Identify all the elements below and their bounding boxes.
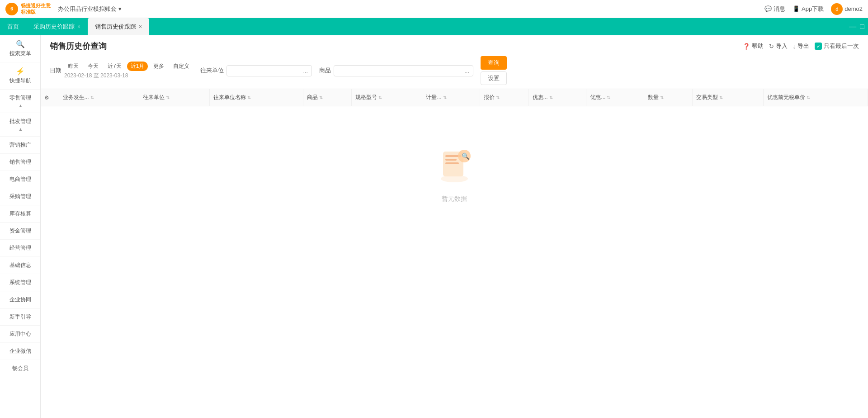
top-bar-left: 6 畅捷通好生意 标准版 办公用品行业模拟账套 ▾ [5, 3, 125, 15]
th-unit[interactable]: 计量... ⇅ [422, 89, 480, 106]
help-icon: ❓ [743, 43, 750, 50]
sidebar-item-basic-info[interactable]: 基础信息 [0, 257, 40, 274]
date-btn-today[interactable]: 今天 [84, 62, 102, 71]
th-product[interactable]: 商品 ⇅ [303, 89, 351, 106]
th-spec[interactable]: 规格型号 ⇅ [351, 89, 422, 106]
date-btn-1month[interactable]: 近1月 [127, 62, 148, 71]
import-icon: ↻ [769, 43, 774, 50]
tab-home[interactable]: 首页 [0, 18, 26, 35]
app-download-button[interactable]: 📱 App下载 [793, 5, 824, 13]
th-pretax-price[interactable]: 优惠前无税单价 ⇅ [764, 89, 868, 106]
th-price[interactable]: 报价 ⇅ [480, 89, 528, 106]
tab-sales-history[interactable]: 销售历史价跟踪 × [88, 18, 149, 35]
sidebar-item-marketing[interactable]: 营销推广 [0, 137, 40, 154]
sidebar-item-sales[interactable]: 销售管理 [0, 154, 40, 171]
date-btn-7days[interactable]: 近7天 [104, 62, 125, 71]
sort-icon-discount2: ⇅ [607, 95, 610, 100]
import-button[interactable]: ↻ 导入 [769, 42, 788, 50]
th-type[interactable]: 交易类型 ⇅ [693, 89, 764, 106]
sidebar-item-inventory[interactable]: 库存核算 [0, 205, 40, 223]
content-area: 销售历史价查询 ❓ 帮助 ↻ 导入 ↓ 导出 ✓ [41, 35, 868, 418]
date-btn-custom[interactable]: 自定义 [170, 62, 193, 71]
wholesale-arrow-icon: ▲ [19, 127, 23, 132]
data-table: ⚙ 业务发生... ⇅ 往来单位 ⇅ [41, 89, 868, 106]
export-icon: ↓ [793, 43, 796, 50]
only-latest-checkbox[interactable]: ✓ 只看最后一次 [815, 42, 859, 50]
sidebar-item-ecommerce[interactable]: 电商管理 [0, 171, 40, 188]
sidebar-item-retail[interactable]: 零售管理 ▲ [0, 90, 40, 113]
sidebar-item-enterprise[interactable]: 企业协同 [0, 291, 40, 309]
date-shortcuts: 昨天 今天 近7天 近1月 更多 自定义 [64, 62, 193, 71]
avatar: d [831, 3, 843, 15]
retail-arrow-icon: ▲ [19, 103, 23, 108]
minimize-window-button[interactable]: — [849, 23, 856, 31]
help-button[interactable]: ❓ 帮助 [743, 42, 764, 50]
nav-tabs: 首页 采购历史价跟踪 × 销售历史价跟踪 × — □ [0, 18, 868, 35]
tab-purchase-history[interactable]: 采购历史价跟踪 × [26, 18, 88, 35]
filter-row: 日期 昨天 今天 近7天 近1月 更多 自定义 2023-02-18 至 202… [50, 56, 859, 85]
th-discount2[interactable]: 优惠... ⇅ [586, 89, 644, 106]
sidebar-item-search[interactable]: 🔍 搜索菜单 [0, 35, 40, 62]
settings-button[interactable]: 设置 [481, 71, 507, 85]
tab-window-actions: — □ [849, 23, 868, 31]
date-btn-more[interactable]: 更多 [150, 62, 168, 71]
product-select-icon: ... [464, 67, 469, 74]
sidebar-item-wechat[interactable]: 企业微信 [0, 343, 40, 360]
query-button[interactable]: 查询 [481, 56, 507, 70]
app-selector[interactable]: 办公用品行业模拟账套 ▾ [54, 3, 125, 15]
gear-icon: ⚙ [44, 95, 49, 101]
export-button[interactable]: ↓ 导出 [793, 42, 810, 50]
close-purchase-tab[interactable]: × [77, 24, 80, 30]
product-label: 商品 [319, 66, 331, 75]
empty-text: 暂元数据 [442, 195, 467, 203]
sidebar-item-purchase[interactable]: 采购管理 [0, 188, 40, 205]
sidebar-item-wholesale[interactable]: 批发管理 ▲ [0, 113, 40, 137]
sort-icon-date: ⇅ [90, 95, 94, 100]
close-sales-tab[interactable]: × [139, 24, 142, 30]
product-filter: 商品 ... [319, 65, 473, 76]
logo-icon: 6 [5, 3, 18, 15]
partner-label: 往来单位 [200, 66, 224, 75]
maximize-window-button[interactable]: □ [860, 23, 864, 31]
th-partner-name[interactable]: 往来单位名称 ⇅ [210, 89, 303, 106]
sort-icon-product: ⇅ [319, 95, 323, 100]
download-icon: 📱 [793, 5, 800, 12]
empty-state: 🔍 暂元数据 [41, 106, 868, 239]
th-settings[interactable]: ⚙ [41, 89, 59, 106]
sidebar-item-app-center[interactable]: 应用中心 [0, 326, 40, 343]
th-quantity[interactable]: 数量 ⇅ [644, 89, 693, 106]
product-input[interactable]: ... [334, 65, 473, 76]
sort-icon-partner-name: ⇅ [247, 95, 251, 100]
th-discount1[interactable]: 优惠... ⇅ [528, 89, 586, 106]
sidebar-item-members[interactable]: 畅会员 [0, 360, 40, 377]
date-filter: 日期 昨天 今天 近7天 近1月 更多 自定义 2023-02-18 至 202… [50, 62, 193, 80]
logo-text: 畅捷通好生意 标准版 [21, 3, 51, 14]
sidebar-item-system[interactable]: 系统管理 [0, 274, 40, 291]
messages-button[interactable]: 💬 消息 [764, 5, 785, 13]
sidebar-item-finance[interactable]: 资金管理 [0, 223, 40, 240]
partner-input[interactable]: ... [226, 65, 312, 76]
sort-icon-quantity: ⇅ [660, 95, 664, 100]
top-bar-right: 💬 消息 📱 App下载 d demo2 [764, 3, 863, 15]
sidebar-item-management[interactable]: 经营管理 [0, 240, 40, 257]
top-bar: 6 畅捷通好生意 标准版 办公用品行业模拟账套 ▾ 💬 消息 📱 App下载 d… [0, 0, 868, 18]
message-icon: 💬 [764, 5, 772, 12]
table-container: ⚙ 业务发生... ⇅ 往来单位 ⇅ [41, 89, 868, 418]
th-partner-code[interactable]: 往来单位 ⇅ [139, 89, 210, 106]
checkbox-icon: ✓ [815, 43, 822, 50]
sort-icon-discount1: ⇅ [549, 95, 553, 100]
sort-icon-price: ⇅ [496, 95, 500, 100]
svg-rect-4 [445, 162, 459, 164]
th-date[interactable]: 业务发生... ⇅ [59, 89, 139, 106]
action-buttons: 查询 设置 [481, 56, 507, 85]
partner-select-icon: ... [303, 67, 308, 74]
user-profile[interactable]: d demo2 [831, 3, 863, 15]
page-title: 销售历史价查询 [50, 41, 107, 52]
table-header-row: ⚙ 业务发生... ⇅ 往来单位 ⇅ [41, 89, 868, 106]
sidebar-item-guide[interactable]: 新手引导 [0, 309, 40, 326]
sort-icon-spec: ⇅ [378, 95, 382, 100]
date-btn-yesterday[interactable]: 昨天 [64, 62, 82, 71]
sort-icon-partner: ⇅ [166, 95, 170, 100]
page-header: 销售历史价查询 ❓ 帮助 ↻ 导入 ↓ 导出 ✓ [41, 35, 868, 89]
sidebar-item-quick-nav[interactable]: ⚡ 快捷导航 [0, 62, 40, 90]
